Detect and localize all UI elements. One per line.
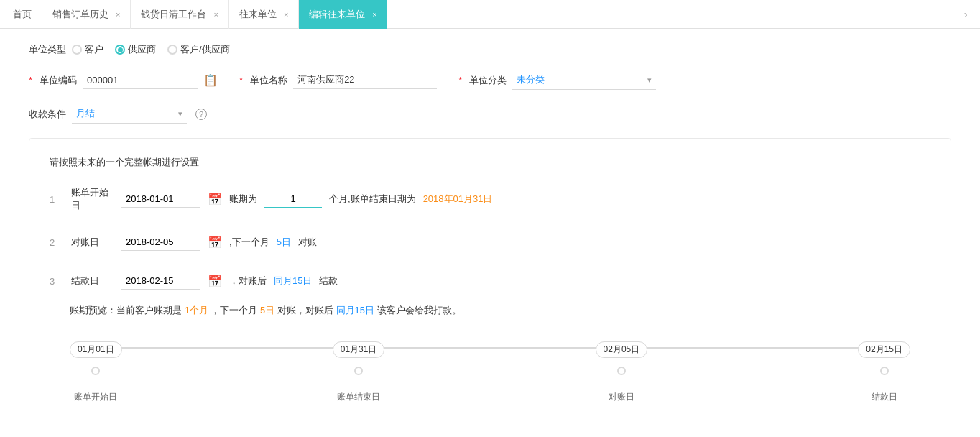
tab-edit-partner-label: 编辑往来单位 [309,8,365,21]
tab-edit-partner[interactable]: 编辑往来单位 × [299,0,387,29]
tab-cash-work-label: 钱货日清工作台 [141,8,206,21]
row3-date-input[interactable] [121,272,200,290]
payment-terms-arrow: ▾ [178,109,182,119]
row1-period-unit: 个月,账单结束日期为 [329,193,416,206]
row3-label: 结款日 [71,275,114,288]
row3-suffix-before: ，对账后 [229,275,267,288]
radio-both-label: 客户/供应商 [180,43,230,56]
unit-code-input[interactable] [83,72,198,89]
unit-code-label: 单位编码 [40,74,77,87]
radio-both[interactable]: 客户/供应商 [167,43,230,56]
row1-num: 1 [50,194,64,205]
radio-customer-circle [72,45,82,55]
node-0-dot [91,367,100,375]
unit-name-label: 单位名称 [250,74,287,87]
row1-period-label: 账期为 [229,193,257,206]
node-1-dot [354,367,363,375]
unit-category-select[interactable]: 未分类 ▾ [512,70,656,90]
payment-terms-row: 收款条件 月结 ▾ ? [29,104,951,124]
radio-both-circle [167,45,177,55]
node-3-desc: 结款日 [872,391,897,403]
timeline-node-0: 01月01日 账单开始日 [70,341,122,403]
timeline-node-2: 02月05日 对账日 [596,341,648,403]
node-2-badge: 02月05日 [596,341,648,358]
payment-terms-group: 收款条件 月结 ▾ ? [29,104,207,124]
row1-period-input[interactable] [264,190,322,208]
node-1-desc: 账单结束日 [337,391,380,403]
tab-cash-work[interactable]: 钱货日清工作台 × [131,0,228,29]
preview-period: 1个月 [185,305,208,316]
row1-calendar-icon[interactable]: 📅 [208,193,222,206]
tab-sales-order-close[interactable]: × [116,10,120,19]
preview-mid2: 对账，对账后 [277,305,333,316]
tabs-bar: 首页 销售订单历史 × 钱货日清工作台 × 往来单位 × 编辑往来单位 × › [0,0,980,29]
node-2-dot [617,367,626,375]
row3-highlight: 同月15日 [274,275,312,288]
tab-home[interactable]: 首页 [6,0,42,29]
settings-box: 请按照未来的一个完整帐期进行设置 1 账单开始日 📅 账期为 个月,账单结束日期… [29,138,951,437]
unit-category-value: 未分类 [517,73,644,86]
payment-help-icon[interactable]: ? [195,109,207,120]
row3-suffix-after: 结款 [319,275,338,288]
tab-edit-partner-close[interactable]: × [372,10,376,19]
row1-date-input[interactable] [121,190,200,208]
node-0-desc: 账单开始日 [74,391,117,403]
preview-suffix: 该客户会给我打款。 [377,305,461,316]
preview-section: 账期预览：当前客户账期是 1个月 ，下一个月 5日 对账，对账后 同月15日 该… [50,290,930,425]
unit-info-row: * 单位编码 📋 * 单位名称 * 单位分类 未分类 ▾ [29,70,951,90]
radio-customer-label: 客户 [85,43,103,56]
radio-supplier[interactable]: 供应商 [115,43,156,56]
tab-partner-close[interactable]: × [284,10,288,19]
node-2-desc: 对账日 [609,391,634,403]
unit-name-required: * [239,75,243,86]
timeline-node-3: 02月15日 结款日 [858,341,910,403]
timeline-nodes: 01月01日 账单开始日 01月31日 账单结束日 02月05日 对账日 [70,341,910,403]
unit-name-input[interactable] [293,72,437,89]
row1-label: 账单开始日 [71,186,114,212]
settings-row-2: 2 对账日 📅 ,下一个月 5日 对账 [50,234,930,251]
preview-prefix: 账期预览：当前客户账期是 [70,305,182,316]
preview-date1: 5日 [260,305,274,316]
row2-suffix-after: 对账 [298,236,317,249]
settings-row-3: 3 结款日 📅 ，对账后 同月15日 结款 [50,272,930,290]
row2-date-input[interactable] [121,234,200,251]
timeline: 01月01日 账单开始日 01月31日 账单结束日 02月05日 对账日 [70,334,910,425]
preview-middle: ，下一个月 [211,305,257,316]
tab-partner-label: 往来单位 [239,8,277,21]
row2-num: 2 [50,237,64,248]
main-content: 单位类型 客户 供应商 客户/供应商 * 单位编码 [0,29,980,437]
settings-row-1: 1 账单开始日 📅 账期为 个月,账单结束日期为 2018年01月31日 [50,186,930,212]
unit-type-group: 单位类型 客户 供应商 客户/供应商 [29,43,230,56]
timeline-node-1: 01月31日 账单结束日 [333,341,385,403]
row1-period-end: 2018年01月31日 [423,193,493,206]
node-3-dot [880,367,889,375]
tab-sales-order-label: 销售订单历史 [52,8,108,21]
row3-num: 3 [50,276,64,287]
row3-calendar-icon[interactable]: 📅 [208,275,222,288]
payment-terms-label: 收款条件 [29,108,66,121]
row2-calendar-icon[interactable]: 📅 [208,236,222,249]
unit-name-group: * 单位名称 [239,72,437,89]
row2-suffix-before: ,下一个月 [229,236,269,249]
radio-customer[interactable]: 客户 [72,43,103,56]
payment-terms-select[interactable]: 月结 ▾ [72,104,187,124]
unit-type-label: 单位类型 [29,43,66,56]
unit-code-group: * 单位编码 📋 [29,72,218,89]
radio-supplier-circle [115,45,125,55]
tab-cash-work-close[interactable]: × [213,10,218,19]
settings-title: 请按照未来的一个完整帐期进行设置 [50,156,930,169]
preview-text: 账期预览：当前客户账期是 1个月 ，下一个月 5日 对账，对账后 同月15日 该… [70,304,910,317]
unit-category-arrow: ▾ [647,75,652,85]
radio-supplier-label: 供应商 [128,43,156,56]
tabs-arrow[interactable]: › [957,9,974,20]
unit-code-calendar-icon[interactable]: 📋 [203,73,218,87]
unit-code-required: * [29,75,32,86]
unit-category-required: * [458,75,462,86]
node-3-badge: 02月15日 [858,341,910,358]
tab-partner[interactable]: 往来单位 × [229,0,299,29]
tab-sales-order[interactable]: 销售订单历史 × [42,0,131,29]
unit-category-label: 单位分类 [469,74,507,87]
payment-terms-value: 月结 [76,107,175,120]
radio-group: 客户 供应商 客户/供应商 [72,43,230,56]
unit-category-group: * 单位分类 未分类 ▾ [458,70,656,90]
